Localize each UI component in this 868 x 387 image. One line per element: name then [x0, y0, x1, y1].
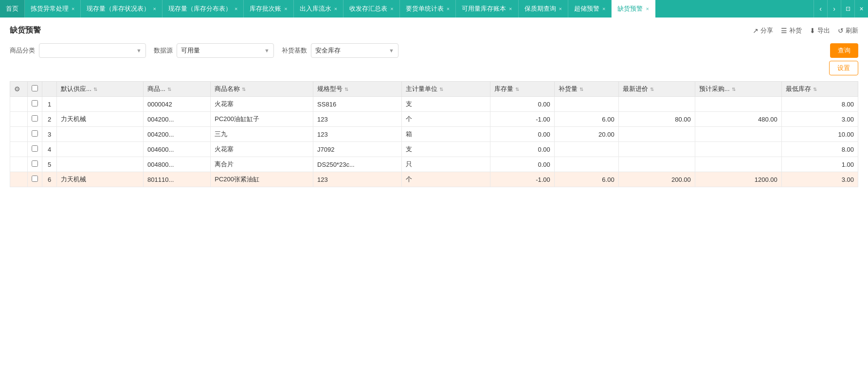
category-chevron-icon: ▼ — [136, 48, 142, 53]
category-label: 商品分类 — [10, 46, 35, 55]
tab-available-ledger-close[interactable]: × — [509, 6, 512, 12]
row-replenish-qty: 20.00 — [554, 127, 618, 142]
tab-defect-process-close[interactable]: × — [72, 6, 74, 12]
share-label: 分享 — [760, 26, 773, 35]
sort-icon-product-name[interactable]: ⇅ — [242, 87, 246, 92]
row-checkbox-0[interactable] — [32, 100, 38, 106]
tab-shortage-warning-label: 缺货预警 — [617, 4, 643, 13]
sort-icon-estimated-purchase[interactable]: ⇅ — [732, 87, 736, 92]
refresh-button[interactable]: ↺ 刷新 — [838, 26, 858, 35]
tab-shortage-warning[interactable]: 缺货预警 × — [612, 0, 655, 18]
row-spec: DS250*23c... — [313, 157, 402, 172]
tab-batch-account[interactable]: 库存批次账 × — [244, 0, 293, 18]
select-all-checkbox[interactable] — [32, 85, 38, 91]
row-stock: 0.00 — [490, 127, 554, 142]
row-replenish-qty — [554, 142, 618, 157]
export-icon: ⬇ — [810, 27, 815, 35]
tab-inventory-status[interactable]: 现存量（库存状况表） × — [81, 0, 162, 18]
sort-icon-latest-price[interactable]: ⇅ — [650, 87, 654, 92]
sort-icon-product-code[interactable]: ⇅ — [167, 87, 171, 92]
tab-inventory-status-close[interactable]: × — [153, 6, 156, 12]
row-settings-cell — [10, 142, 28, 157]
th-spec-label: 规格型号 — [317, 85, 343, 93]
row-num: 1 — [42, 97, 57, 112]
row-replenish-qty: 6.00 — [554, 172, 618, 187]
export-button[interactable]: ⬇ 导出 — [810, 26, 830, 35]
th-estimated-purchase-label: 预计采购... — [699, 85, 730, 93]
th-stock: 库存量 ⇅ — [490, 82, 554, 97]
tab-next-btn[interactable]: › — [827, 0, 841, 18]
page-header: 缺货预警 ↗ 分享 ☰ 补货 ⬇ 导出 ↺ 刷新 — [10, 25, 858, 35]
tab-in-out-flow[interactable]: 出入库流水 × — [294, 0, 344, 18]
row-checkbox-3[interactable] — [32, 145, 38, 152]
sort-icon-min-stock[interactable]: ⇅ — [813, 87, 817, 92]
gear-icon[interactable]: ⚙ — [14, 85, 20, 93]
tab-shortage-warning-close[interactable]: × — [646, 6, 649, 12]
replenish-button[interactable]: ☰ 补货 — [781, 26, 802, 35]
row-settings-cell — [10, 112, 28, 127]
th-settings: ⚙ — [10, 82, 28, 97]
row-product-code: 004800... — [144, 157, 211, 172]
tab-inventory-dist-close[interactable]: × — [235, 6, 237, 12]
row-checkbox-5[interactable] — [32, 176, 38, 182]
tab-close-all-btn[interactable]: × — [854, 0, 868, 18]
tab-available-ledger[interactable]: 可用量库存账本 × — [456, 0, 518, 18]
row-settings-cell — [10, 127, 28, 142]
tab-defect-process-label: 拣货异常处理 — [31, 4, 69, 13]
sort-icon-spec[interactable]: ⇅ — [344, 87, 348, 92]
row-product-name: 火花塞 — [211, 142, 313, 157]
tab-inventory-dist[interactable]: 现存量（库存分布表） × — [163, 0, 244, 18]
th-default-supplier: 默认供应... ⇅ — [57, 82, 144, 97]
tab-prev-btn[interactable]: ‹ — [814, 0, 827, 18]
row-product-name: PC200油缸缸子 — [211, 112, 313, 127]
replenish-base-value: 安全库存 — [315, 46, 341, 55]
th-unit-label: 主计量单位 — [406, 85, 437, 93]
row-replenish-qty — [554, 97, 618, 112]
category-select[interactable]: ▼ — [39, 43, 146, 58]
tab-receive-summary-close[interactable]: × — [390, 6, 393, 12]
sort-icon-replenish-qty[interactable]: ⇅ — [579, 87, 583, 92]
tab-order-stats[interactable]: 要货单统计表 × — [400, 0, 456, 18]
th-stock-label: 库存量 — [494, 85, 513, 93]
data-table: ⚙ 默认供应... ⇅ 商品... ⇅ — [10, 81, 858, 187]
tab-batch-account-close[interactable]: × — [284, 6, 287, 12]
settings-button[interactable]: 设置 — [829, 61, 858, 75]
tab-defect-process[interactable]: 拣货异常处理 × — [25, 0, 81, 18]
sort-icon-supplier[interactable]: ⇅ — [93, 87, 97, 92]
sort-icon-stock[interactable]: ⇅ — [515, 87, 519, 92]
tab-order-stats-close[interactable]: × — [447, 6, 450, 12]
row-checkbox-4[interactable] — [32, 160, 38, 167]
row-spec: 123 — [313, 127, 402, 142]
replenish-label: 补货 — [789, 26, 802, 35]
row-stock: -1.00 — [490, 172, 554, 187]
row-product-name: PC200张紧油缸 — [211, 172, 313, 187]
sort-icon-unit[interactable]: ⇅ — [439, 87, 443, 92]
table-row: 4 004600... 火花塞 J7092 支 0.00 8.00 — [10, 142, 858, 157]
tab-restore-btn[interactable]: ⊡ — [841, 0, 854, 18]
row-checkbox-cell — [28, 97, 42, 112]
tab-receive-summary[interactable]: 收发存汇总表 × — [344, 0, 399, 18]
tab-overstock-warning[interactable]: 超储预警 × — [568, 0, 612, 18]
tab-expiry-query[interactable]: 保质期查询 × — [519, 0, 568, 18]
query-button[interactable]: 查询 — [830, 43, 858, 58]
table-row: 1 0000042 火花塞 SS816 支 0.00 8.00 — [10, 97, 858, 112]
tab-expiry-query-close[interactable]: × — [559, 6, 562, 12]
datasource-select[interactable]: 可用量 ▼ — [177, 43, 274, 58]
row-checkbox-1[interactable] — [32, 115, 38, 122]
row-num: 6 — [42, 172, 57, 187]
tab-overstock-warning-close[interactable]: × — [602, 6, 605, 12]
th-default-supplier-label: 默认供应... — [61, 85, 91, 93]
row-stock: 0.00 — [490, 97, 554, 112]
replenish-icon: ☰ — [781, 27, 787, 35]
export-label: 导出 — [817, 26, 830, 35]
row-unit: 箱 — [401, 127, 490, 142]
row-checkbox-2[interactable] — [32, 130, 38, 137]
table-row: 3 004200... 三九 123 箱 0.00 20.00 10.00 — [10, 127, 858, 142]
tab-home[interactable]: 首页 — [0, 0, 25, 18]
row-unit: 支 — [401, 97, 490, 112]
row-latest-price: 80.00 — [618, 112, 695, 127]
table-row: 5 004800... 离合片 DS250*23c... 只 0.00 1.00 — [10, 157, 858, 172]
tab-in-out-flow-close[interactable]: × — [334, 6, 337, 12]
replenish-base-select[interactable]: 安全库存 ▼ — [311, 43, 398, 58]
share-button[interactable]: ↗ 分享 — [753, 26, 773, 35]
